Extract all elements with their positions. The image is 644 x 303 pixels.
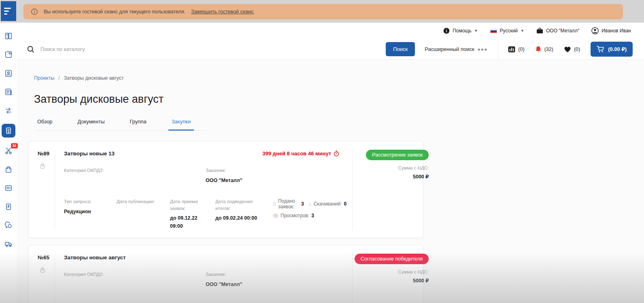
cart-button[interactable]: (0.00 ₽) (591, 42, 633, 57)
company-menu[interactable]: ООО "Металл" (536, 28, 579, 34)
lock-icon (40, 267, 45, 273)
advanced-search[interactable]: Расширенный поиск ●●● (425, 46, 487, 52)
sidebar-item-exchange[interactable] (2, 105, 15, 116)
breadcrumb-projects-link[interactable]: Проекты (34, 75, 54, 81)
app-logo[interactable] (1, 1, 16, 21)
field-accept-date: Дата приема заявок: до 09.12.22 09:00 (170, 198, 210, 230)
chat-icon (4, 221, 13, 230)
download-icon (308, 201, 312, 207)
favorites-counter[interactable]: (0) (564, 46, 580, 53)
eye-icon (273, 214, 278, 218)
chevron-down-icon: ▼ (474, 29, 478, 33)
purchases-count-badge: 32 (11, 143, 18, 148)
tab-documents[interactable]: Документы (74, 116, 108, 130)
cart-icon (597, 46, 604, 53)
catalog-icon (4, 32, 13, 40)
finance-doc-icon (4, 202, 13, 211)
search-button[interactable]: Поиск (386, 42, 415, 56)
search-input[interactable] (40, 46, 386, 52)
tab-overview[interactable]: Обзор (34, 116, 56, 130)
divider (498, 39, 498, 59)
card-stats: Подано заявок:3 Скачиваний:0 Просмотров:… (273, 198, 346, 230)
card-number: №65 (38, 254, 55, 261)
sidebar-item-catalog[interactable] (2, 31, 15, 41)
help-icon (443, 28, 450, 34)
card-timer: 399 дней 8 часов 46 минут (262, 150, 339, 157)
tab-purchases[interactable]: Закупки (168, 116, 194, 131)
bag-icon (4, 165, 13, 174)
chevron-down-icon: ▼ (521, 29, 524, 33)
field-request-type: Тип запроса: Редукцион (64, 198, 112, 230)
document-icon (273, 201, 276, 207)
sidebar-item-cards[interactable] (2, 183, 15, 193)
russian-flag-icon (490, 29, 497, 33)
breadcrumb: Проекты / Затворы дисковые август (28, 75, 644, 81)
status-badge: Рассмотрение заявок (366, 150, 429, 160)
field-pub-date: Дата публикации: (117, 198, 165, 230)
user-avatar-icon (591, 27, 599, 34)
page-title: Затворы дисковые август (34, 93, 644, 106)
sidebar-item-news[interactable] (2, 87, 15, 97)
guest-session-banner: Вы используете гостевой сеанс для текуще… (23, 4, 623, 19)
compare-counter[interactable]: (0) (508, 46, 524, 53)
exchange-arrows-icon (4, 106, 13, 115)
card-number-column: №89 (29, 150, 55, 230)
card-title[interactable]: Затворы новые август (64, 254, 126, 261)
sidebar-item-products[interactable] (2, 49, 15, 60)
cards-list-icon (4, 184, 13, 193)
search-icon (27, 45, 35, 53)
info-icon (31, 8, 38, 15)
card-side: Согласование победителя Сумма с НДС: 500… (353, 254, 438, 303)
end-guest-session-link[interactable]: Завершить гостевой сеанс (191, 9, 254, 15)
bell-icon (535, 46, 542, 53)
top-band: Вы используете гостевой сеанс для текуще… (0, 0, 644, 23)
card-number: №89 (38, 150, 55, 157)
sidebar-item-delivery[interactable] (2, 239, 15, 249)
user-menu[interactable]: Иванов Иван (591, 27, 631, 34)
sidebar-item-profile[interactable] (2, 68, 15, 78)
card-number-column: №65 (29, 254, 55, 303)
breadcrumb-current: Затворы дисковые август (64, 75, 124, 81)
compare-icon (508, 46, 515, 53)
sidebar-item-finance[interactable] (2, 201, 15, 212)
purchase-card: №89 Затворы новые 13 399 дней 8 часов 46… (28, 141, 423, 238)
purchase-cards-list: №89 Затворы новые 13 399 дней 8 часов 46… (28, 141, 423, 303)
main-area: Помощь ▼ Русский ▼ ООО "Металл" Иванов И… (17, 23, 644, 303)
sidebar-item-orders[interactable] (2, 164, 15, 175)
purchase-card: №65 Затворы новые август Категория ОКПД2… (28, 245, 423, 303)
status-badge: Согласование победителя (355, 254, 429, 264)
help-menu[interactable]: Помощь ▼ (443, 28, 478, 34)
field-customer: Заказчик: ООО "Металл" (206, 167, 346, 184)
language-menu[interactable]: Русский ▼ (490, 28, 524, 34)
sidebar-item-projects-active[interactable] (2, 124, 15, 138)
sum-value: 5000 ₽ (353, 174, 429, 180)
profile-badge-icon (4, 69, 13, 78)
card-title[interactable]: Затворы новые 13 (64, 150, 115, 157)
card-side: Рассмотрение заявок Сумма с НДС: 5000 ₽ (353, 150, 438, 230)
briefcase-icon (536, 28, 543, 34)
truck-icon (4, 239, 13, 248)
stopwatch-icon (334, 150, 339, 157)
field-category: Категория ОКПД2: (64, 167, 206, 184)
sum-value: 5000 ₽ (353, 278, 429, 284)
heart-icon (564, 46, 571, 53)
tabs: Обзор Документы Группа Закупки (34, 116, 206, 131)
lock-icon (40, 163, 45, 169)
projects-doc-icon (4, 126, 13, 135)
field-result-date: Дата подведения итогов: до 09.02.24 00:0… (215, 198, 268, 230)
card-main: Затворы новые 13 399 дней 8 часов 46 мин… (55, 150, 353, 230)
search-bar: Поиск Расширенный поиск ●●● (0) (32) (0)… (17, 39, 644, 60)
field-category: Категория ОКПД2: (64, 271, 206, 288)
sidebar: 32 (0, 23, 17, 303)
field-customer: Заказчик: ООО "Металл" (206, 271, 346, 288)
tab-group[interactable]: Группа (127, 116, 150, 130)
content-area: Проекты / Затворы дисковые август Затвор… (17, 60, 644, 303)
more-options-icon: ●●● (478, 47, 488, 52)
card-main: Затворы новые август Категория ОКПД2: За… (55, 254, 353, 303)
sidebar-item-purchases[interactable]: 32 (2, 146, 15, 156)
notifications-counter[interactable]: (32) (535, 46, 553, 53)
top-header: Помощь ▼ Русский ▼ ООО "Металл" Иванов И… (17, 23, 644, 39)
products-icon (4, 50, 13, 59)
news-icon (4, 87, 13, 96)
sidebar-item-chat[interactable] (2, 220, 15, 231)
